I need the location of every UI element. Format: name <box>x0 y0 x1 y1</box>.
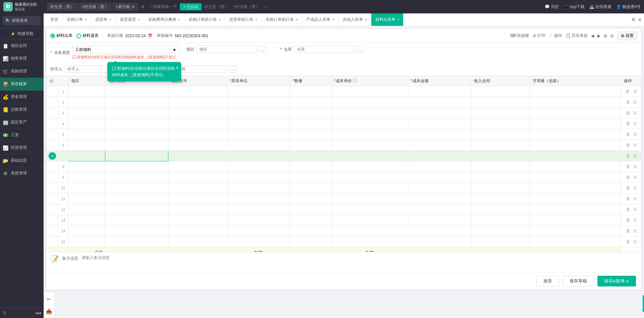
td-cost-amount[interactable] <box>408 172 471 183</box>
td-spec[interactable] <box>168 215 227 226</box>
tab-close-all-btn[interactable]: ✕ <box>631 16 636 23</box>
td-cost-amount[interactable] <box>408 118 471 129</box>
top-tab-yidaizhang[interactable]: +易代账 ▼ <box>112 3 138 11</box>
td-unit[interactable] <box>227 86 290 97</box>
td-spec[interactable] <box>168 204 227 215</box>
td-available-qty[interactable] <box>530 86 621 97</box>
td-income-contract[interactable] <box>471 204 530 215</box>
td-available-qty[interactable] <box>530 97 621 108</box>
sidebar-collapse-btn[interactable]: ◀◀ <box>35 311 41 315</box>
td-material-active[interactable] <box>105 151 168 161</box>
td-material[interactable] <box>105 86 168 97</box>
save-draft-btn[interactable]: 保存草稿 <box>562 276 594 286</box>
td-cost-price[interactable] <box>331 161 408 172</box>
td-spec[interactable] <box>168 118 227 129</box>
td-project[interactable] <box>68 183 105 194</box>
td-income-contract-active[interactable] <box>471 151 530 161</box>
td-income-contract[interactable] <box>471 172 530 183</box>
sidebar-item-purchase[interactable]: 🛒 采购管理 <box>0 65 44 78</box>
td-cost-price[interactable] <box>331 97 408 108</box>
copy-row-btn[interactable]: ⧉ <box>632 217 638 224</box>
td-unit[interactable] <box>227 118 290 129</box>
copy-row-btn[interactable]: ⧉ <box>632 120 638 127</box>
td-cost-price[interactable] <box>331 204 408 215</box>
td-cost-price[interactable] <box>331 226 408 236</box>
operations-btn[interactable]: ⋮ 操作 <box>549 33 562 39</box>
td-project[interactable] <box>68 97 105 108</box>
top-tab-haoyecai2[interactable]: +好业财（普） <box>231 4 262 10</box>
sidebar-item-inventory[interactable]: 📦 库存核算 <box>0 78 44 91</box>
tab-menu-btn[interactable]: ≡ <box>638 17 641 23</box>
history-bill-btn[interactable]: 📋 历史单据 <box>566 33 588 39</box>
td-qty[interactable] <box>290 129 331 140</box>
tab-other-in[interactable]: 其他入库单 × <box>339 13 371 26</box>
delete-row-btn[interactable]: 🗑 <box>625 152 632 159</box>
copy-row-btn[interactable]: ⧉ <box>632 206 638 213</box>
delete-row-btn[interactable]: 🗑 <box>625 227 632 234</box>
tab-close-active-icon[interactable]: × <box>397 18 399 21</box>
tab-goods-in[interactable]: 进货单 × <box>91 13 116 26</box>
print-btn[interactable]: 🖨 打印 <box>532 33 545 39</box>
td-spec[interactable] <box>168 194 227 204</box>
income-contract-ellipsis-btn[interactable]: ... <box>229 66 237 72</box>
td-material[interactable] <box>105 161 168 172</box>
td-cost-price[interactable] <box>331 118 408 129</box>
td-spec[interactable] <box>168 226 227 236</box>
td-unit[interactable] <box>227 236 290 247</box>
copy-row-btn[interactable]: ⧉ <box>632 163 638 170</box>
tab-close-icon[interactable]: × <box>332 18 334 21</box>
td-material[interactable] <box>105 204 168 215</box>
td-available-qty[interactable] <box>530 226 621 236</box>
sidebar-item-sales[interactable]: 📊 销售管理 <box>0 52 44 65</box>
td-cost-amount[interactable] <box>408 236 471 247</box>
td-cost-amount[interactable] <box>408 140 471 151</box>
td-qty[interactable] <box>290 172 331 183</box>
view-list-btn[interactable]: ⊟ <box>610 34 614 38</box>
copy-row-btn[interactable]: ⧉ <box>632 152 638 159</box>
add-row-btn[interactable]: + <box>49 152 56 160</box>
td-material[interactable] <box>105 236 168 247</box>
td-material[interactable] <box>105 194 168 204</box>
td-cost-price-active[interactable] <box>331 151 408 161</box>
td-project[interactable] <box>68 194 105 204</box>
tab-close-icon[interactable]: × <box>296 18 298 21</box>
td-spec[interactable] <box>168 86 227 97</box>
shortcut-key-btn[interactable]: ⌨ 快捷键 <box>510 33 529 39</box>
td-spec[interactable] <box>168 97 227 108</box>
td-qty[interactable] <box>290 215 331 226</box>
td-qty[interactable] <box>290 140 331 151</box>
td-material[interactable] <box>105 226 168 236</box>
td-unit[interactable] <box>227 97 290 108</box>
view-grid-btn[interactable]: ⊞ <box>604 34 607 38</box>
top-tab-more[interactable]: +... <box>262 4 272 9</box>
td-unit[interactable] <box>227 215 290 226</box>
td-cost-price[interactable] <box>331 172 408 183</box>
td-material[interactable] <box>105 108 168 118</box>
delete-row-btn[interactable]: 🗑 <box>625 174 632 180</box>
td-cost-price[interactable] <box>331 236 408 247</box>
tab-product-in[interactable]: 产成品入库单 × <box>302 13 339 26</box>
td-available-qty[interactable] <box>530 172 621 183</box>
tab-close-icon[interactable]: × <box>138 18 140 21</box>
td-income-contract[interactable] <box>471 236 530 247</box>
sidebar-item-accounting[interactable]: 📒 总账管理 <box>0 103 44 116</box>
project-ellipsis-btn[interactable]: ... <box>259 46 267 53</box>
td-qty[interactable] <box>290 226 331 236</box>
td-available-qty[interactable] <box>530 183 621 194</box>
search-menu-btn[interactable]: 🔍 搜索菜单 <box>3 16 41 25</box>
copy-row-btn[interactable]: ⧉ <box>632 142 638 149</box>
delete-row-btn[interactable]: 🗑 <box>625 184 632 191</box>
td-project[interactable] <box>68 226 105 236</box>
td-project[interactable] <box>68 161 105 172</box>
delete-row-btn[interactable]: 🗑 <box>625 142 632 148</box>
td-spec[interactable] <box>168 140 227 151</box>
delete-row-btn[interactable]: 🗑 <box>625 120 632 127</box>
copy-row-btn[interactable]: ⧉ <box>632 184 638 192</box>
td-available-qty[interactable] <box>530 204 621 215</box>
discard-btn[interactable]: 放弃 <box>536 276 559 286</box>
tab-close-icon[interactable]: × <box>219 18 221 21</box>
td-available-qty[interactable] <box>530 118 621 129</box>
delete-row-btn[interactable]: 🗑 <box>625 109 632 116</box>
sidebar-item-project[interactable]: 📋 项目合同 <box>0 40 44 52</box>
td-project[interactable] <box>68 215 105 226</box>
